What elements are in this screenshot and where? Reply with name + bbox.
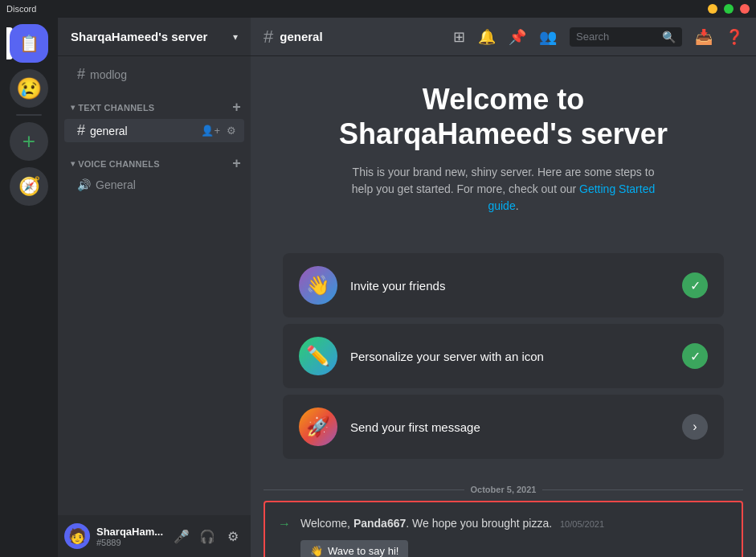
task-label-invite: Invite your friends	[350, 279, 669, 293]
voice-section-chevron-icon: ▾	[71, 159, 75, 168]
add-voice-channel-button[interactable]: +	[229, 155, 244, 172]
welcome-msg-area: → Welcome, Panda667. We hope you brought…	[264, 501, 743, 557]
server-initials: 📋	[19, 34, 39, 53]
message-timestamp: 10/05/2021	[560, 519, 604, 529]
server-name: SharqaHameed's server	[71, 30, 207, 43]
main-layout: 📋 😢 + 🧭 SharqaHameed's se	[0, 18, 756, 557]
help-icon[interactable]: ❓	[725, 28, 743, 46]
member-list-icon[interactable]: 👥	[539, 28, 557, 46]
topbar-hash-icon: #	[264, 27, 273, 47]
welcome-server-name: SharqaHameed's server	[339, 117, 668, 150]
date-divider: October 5, 2021	[251, 478, 756, 501]
task-icon-invite: 👋	[299, 266, 337, 305]
close-button[interactable]	[740, 4, 750, 14]
date-divider-line-left	[264, 489, 464, 490]
task-icon-personalize: ✏️	[299, 337, 337, 375]
search-bar[interactable]: 🔍	[570, 27, 682, 47]
topbar-channel-name: general	[280, 30, 322, 43]
search-input[interactable]	[576, 31, 657, 43]
voice-channel-name: General	[96, 178, 136, 191]
text-channels-header[interactable]: ▾ TEXT CHANNELS +	[58, 86, 251, 119]
invite-to-channel-icon[interactable]: 👤+	[199, 123, 222, 138]
pinned-messages-icon[interactable]: 📌	[509, 28, 526, 46]
user-controls: 🎤 🎧 ⚙	[170, 525, 244, 547]
task-arrow-message: ›	[682, 414, 708, 440]
main-content: # general ⊞ 🔔 📌 👥 🔍 📥 ❓	[251, 18, 756, 557]
date-text: October 5, 2021	[471, 485, 537, 494]
server-icon-wrapper-crying: 😢	[10, 69, 48, 108]
checkmark-icon-invite: ✓	[690, 278, 701, 293]
wave-label: Wave to say hi!	[328, 545, 398, 557]
message-arrow-icon: →	[278, 517, 291, 531]
channel-item-modlog[interactable]: # modlog	[64, 63, 244, 86]
discover-server-button[interactable]: 🧭	[10, 167, 48, 206]
text-channels-label: TEXT CHANNELS	[78, 103, 154, 113]
topbar-actions: ⊞ 🔔 📌 👥 🔍 📥 ❓	[453, 27, 743, 47]
user-settings-button[interactable]: ⚙	[222, 525, 244, 547]
server-icon-crying[interactable]: 😢	[10, 69, 48, 108]
section-chevron-icon: ▾	[71, 103, 75, 112]
task-icon-message: 🚀	[299, 408, 337, 446]
channel-actions: 👤+ ⚙	[199, 123, 238, 138]
inbox-icon[interactable]: 📥	[695, 28, 713, 46]
chevron-down-icon: ▾	[233, 31, 238, 43]
threads-icon[interactable]: ⊞	[453, 28, 465, 46]
channel-item-general[interactable]: # general 👤+ ⚙	[64, 119, 244, 142]
voice-channels-header[interactable]: ▾ VOICE CHANNELS +	[58, 142, 251, 175]
date-divider-line-right	[542, 489, 743, 490]
user-info: SharqaHam... #5889	[96, 526, 164, 547]
server-icon-wrapper-sharqa: 📋	[10, 24, 48, 63]
welcome-subtitle: This is your brand new, shiny server. He…	[351, 164, 656, 215]
add-server-icon: +	[22, 130, 35, 153]
notification-icon[interactable]: 🔔	[478, 28, 496, 46]
topbar: # general ⊞ 🔔 📌 👥 🔍 📥 ❓	[251, 18, 756, 56]
welcome-message: → Welcome, Panda667. We hope you brought…	[278, 502, 729, 557]
task-complete-invite: ✓	[682, 272, 708, 298]
content-area: Welcome toSharqaHameed's server This is …	[251, 56, 756, 557]
msg-text-after: . We hope you brought pizza.	[406, 517, 552, 530]
wave-button-container: 👋 Wave to say hi!	[300, 537, 729, 557]
discover-icon: 🧭	[18, 176, 40, 197]
task-label-message: Send your first message	[350, 420, 669, 434]
server-emoji-crying: 😢	[16, 76, 42, 101]
search-icon: 🔍	[662, 31, 676, 43]
channel-list: # modlog ▾ TEXT CHANNELS + # general 👤+ …	[58, 56, 251, 515]
arrow-right-icon: ›	[693, 420, 697, 434]
task-card-personalize[interactable]: ✏️ Personalize your server with an icon …	[283, 324, 724, 388]
channel-name-modlog: modlog	[90, 68, 127, 81]
topbar-channel: # general	[264, 27, 323, 47]
welcome-section: Welcome toSharqaHameed's server This is …	[251, 56, 756, 253]
server-icon-sharqa[interactable]: 📋	[10, 24, 48, 63]
task-cards: 👋 Invite your friends ✓ ✏️ Personalize y…	[251, 253, 756, 478]
message-emoji: 🚀	[306, 416, 330, 438]
welcome-subtitle-end: .	[516, 199, 519, 212]
add-text-channel-button[interactable]: +	[229, 99, 244, 116]
speaker-icon: 🔊	[77, 178, 91, 191]
server-sidebar: 📋 😢 + 🧭	[0, 18, 58, 557]
channel-settings-icon[interactable]: ⚙	[225, 123, 238, 138]
channel-name-general: general	[90, 125, 128, 137]
app: Discord 📋 😢	[0, 0, 756, 557]
maximize-button[interactable]	[724, 4, 734, 14]
minimize-button[interactable]	[708, 4, 717, 14]
msg-author: Panda667	[353, 517, 406, 530]
hash-icon: #	[77, 66, 85, 83]
checkmark-icon-personalize: ✓	[690, 349, 701, 364]
add-server-button[interactable]: +	[10, 122, 48, 161]
mute-button[interactable]: 🎤	[170, 525, 193, 547]
message-content: Welcome, Panda667. We hope you brought p…	[300, 515, 729, 557]
voice-channels-label: VOICE CHANNELS	[78, 159, 159, 169]
task-card-invite[interactable]: 👋 Invite your friends ✓	[283, 253, 724, 317]
server-header[interactable]: SharqaHameed's server ▾	[58, 18, 251, 56]
invite-emoji: 👋	[306, 274, 330, 297]
wave-button[interactable]: 👋 Wave to say hi!	[300, 540, 408, 557]
user-avatar: 🧑	[64, 523, 90, 549]
hash-icon-general: #	[77, 122, 85, 139]
message-text: Welcome, Panda667. We hope you brought p…	[300, 517, 604, 530]
user-discriminator: #5889	[96, 538, 164, 547]
deafen-button[interactable]: 🎧	[196, 525, 219, 547]
voice-channel-general[interactable]: 🔊 General	[64, 175, 244, 195]
user-avatar-emoji: 🧑	[68, 527, 86, 545]
titlebar: Discord	[0, 0, 756, 18]
task-card-message[interactable]: 🚀 Send your first message ›	[283, 395, 724, 459]
